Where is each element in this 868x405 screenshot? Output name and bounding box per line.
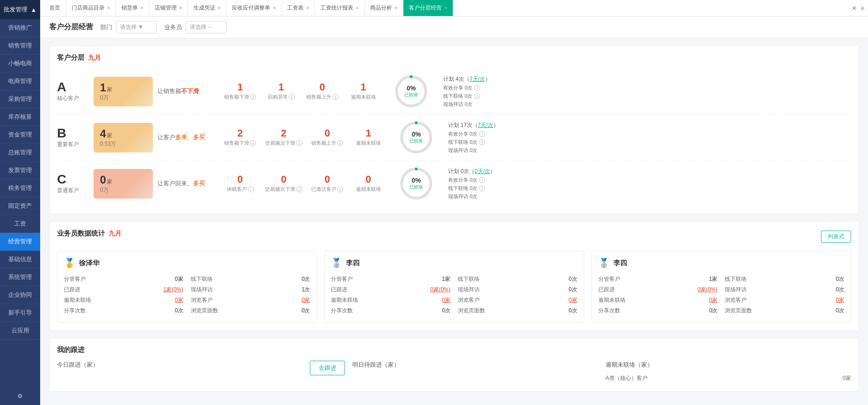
sidebar-item-finance[interactable]: 资金管理 xyxy=(0,126,40,144)
tab-action-more[interactable]: ≡ xyxy=(861,5,864,12)
sidebar-item-sales[interactable]: 销售管理 xyxy=(0,37,40,55)
staff-name-1: 徐泽华 xyxy=(79,259,99,268)
sidebar-header[interactable]: 批发管理 ▲ xyxy=(0,0,40,19)
plan-link-b[interactable]: 7天/次 xyxy=(478,122,493,128)
plan-link-a[interactable]: 7天/次 xyxy=(470,76,485,82)
info-icon[interactable]: i xyxy=(474,93,480,99)
info-icon[interactable]: i xyxy=(289,94,295,100)
tab-close-store-mgmt[interactable]: × xyxy=(179,5,182,11)
sidebar-item-collab[interactable]: 企业协同 xyxy=(0,286,40,304)
staff-col-left-1: 分管客户0家 已跟进1家(0%) 逾期未联络0家 分享次数0次 xyxy=(64,274,183,316)
stat-a-1: 1 销售额下滑 i xyxy=(224,82,256,100)
staff-row-followed-1: 已跟进1家(0%) xyxy=(64,284,183,295)
sidebar-item-fixed-assets[interactable]: 固定资产 xyxy=(0,197,40,215)
tab-sales-order[interactable]: 销货单× xyxy=(116,0,149,16)
staff-section-title: 业务员数据统计 九月 xyxy=(57,229,121,238)
tab-close-store-products[interactable]: × xyxy=(107,5,110,11)
sidebar-item-guide[interactable]: 新手引导 xyxy=(0,304,40,322)
tab-store-products[interactable]: 门店商品目录× xyxy=(66,0,116,16)
tier-label-c: C 普通客户 xyxy=(57,173,94,195)
tab-close-payroll[interactable]: × xyxy=(306,5,309,11)
tier-circle-c: 0% 已联络 xyxy=(398,165,434,202)
tab-close-customer-tier[interactable]: × xyxy=(444,5,447,11)
tier-action-b: 让客户多来、多买 xyxy=(157,133,217,142)
sidebar-item-management[interactable]: 经营管理 xyxy=(0,233,40,251)
info-icon[interactable]: i xyxy=(479,177,485,183)
sidebar-item-system[interactable]: 系统管理 xyxy=(0,268,40,286)
tab-close-voucher[interactable]: × xyxy=(218,5,221,11)
stat-b-3: 0 销售额上升 i xyxy=(311,128,343,147)
staff-select[interactable]: 请选择 ··· xyxy=(186,21,227,33)
tab-home[interactable]: 首页 xyxy=(44,0,66,16)
info-icon[interactable]: i xyxy=(479,139,485,145)
sidebar-item-tax[interactable]: 税务管理 xyxy=(0,179,40,197)
info-icon[interactable]: i xyxy=(479,185,485,191)
sidebar-item-ecommerce-small[interactable]: 小畅电商 xyxy=(0,55,40,73)
sidebar-item-marketing[interactable]: 营销推广 xyxy=(0,19,40,37)
info-icon[interactable]: i xyxy=(474,85,480,91)
dept-filter: 部门 请选择 ▼ xyxy=(100,21,157,33)
sidebar-item-purchase[interactable]: 采购管理 xyxy=(0,90,40,108)
info-icon[interactable]: i xyxy=(248,186,254,192)
info-icon[interactable]: i xyxy=(479,131,485,137)
stat-b-4: 1 逾期未联络 xyxy=(352,128,384,147)
sidebar-collapse-icon[interactable]: ▲ xyxy=(31,6,37,13)
tier-count-b: 4 家 0.53万 xyxy=(94,123,153,153)
info-icon[interactable]: i xyxy=(337,140,343,146)
tab-close-product-analysis[interactable]: × xyxy=(395,5,397,11)
tab-voucher[interactable]: 生成凭证× xyxy=(188,0,227,16)
stat-a-2: 1 回购异常 i xyxy=(265,82,297,100)
staff-label: 业务员 xyxy=(164,23,182,32)
sidebar-item-ledger[interactable]: 总账管理 xyxy=(0,144,40,162)
staff-card-3: 🥈 李四 分管客户1家 已跟进0家(0%) 逾期未联络0家 分享次数0次 线下联… xyxy=(591,251,851,323)
staff-row-browse-1: 浏览客户0家 xyxy=(191,295,310,305)
info-icon[interactable]: i xyxy=(250,140,256,146)
stat-c-2: 0 交易频次下滑 i xyxy=(265,174,302,193)
stat-c-4: 0 逾期未联络 xyxy=(352,174,384,193)
staff-col-right-3: 线下联络0次 现场拜访0次 浏览客户0家 浏览页面数0次 xyxy=(725,274,844,316)
sidebar-item-invoice[interactable]: 发票管理 xyxy=(0,162,40,179)
sidebar-item-cloud[interactable]: 云应用 xyxy=(0,322,40,340)
tier-circle-b: 0% 已联络 xyxy=(398,119,434,156)
sidebar: 批发管理 ▲ 营销推广 销售管理 小畅电商 电商管理 采购管理 库存核算 资金管… xyxy=(0,0,40,405)
stat-a-4: 1 逾期未联络 xyxy=(347,82,379,100)
info-icon[interactable]: i xyxy=(296,140,302,146)
tier-row-a: A 核心客户 1 家 0万 让销售额不下滑 xyxy=(57,68,851,115)
tab-payroll[interactable]: 工资表× xyxy=(282,0,315,16)
plan-link-c[interactable]: 0天/次 xyxy=(475,168,490,174)
chevron-down-icon: ▼ xyxy=(138,24,143,30)
sidebar-settings[interactable]: ⚙ xyxy=(0,387,40,405)
info-icon[interactable]: i xyxy=(250,94,256,100)
list-view-button[interactable]: 列表式 xyxy=(821,231,851,243)
sidebar-item-ecommerce[interactable]: 电商管理 xyxy=(0,73,40,90)
sidebar-item-basic[interactable]: 基础信息 xyxy=(0,251,40,268)
tab-store-mgmt[interactable]: 店铺管理× xyxy=(149,0,188,16)
info-icon[interactable]: i xyxy=(337,186,343,192)
content-area: 客户分层 九月 A 核心客户 1 家 0万 xyxy=(40,38,868,405)
tab-product-analysis[interactable]: 商品分析× xyxy=(365,0,403,16)
customer-tier-title: 客户分层 九月 xyxy=(57,53,851,62)
tab-close-sales-order[interactable]: × xyxy=(141,5,143,11)
staff-month-badge: 九月 xyxy=(109,230,121,238)
tab-customer-tier[interactable]: 客户分层经营× xyxy=(403,0,453,16)
staff-section-header: 业务员数据统计 九月 列表式 xyxy=(57,229,851,244)
page-header: 客户分层经营 部门 请选择 ▼ 业务员 请选择 ··· xyxy=(40,16,868,38)
ellipsis-icon: ··· xyxy=(208,24,212,30)
follow-section: 我的跟进 今日跟进（家） 去跟进 明日待跟进（家） 逾期未联络（家） A类（核心… xyxy=(49,338,859,392)
sidebar-item-payroll[interactable]: 工资 xyxy=(0,215,40,233)
staff-col-right-1: 线下联络0次 现场拜访1次 浏览客户0家 浏览页面数0次 xyxy=(191,274,310,316)
tab-action-close-all[interactable]: ✕ xyxy=(852,5,857,12)
tier-right-info-b: 计划 17次（7天/次） 有效分享 0次 i 线下联络 0次 i 现场拜访 0次 xyxy=(448,121,530,154)
tab-close-payroll-report[interactable]: × xyxy=(356,5,359,11)
tab-adjustment[interactable]: 应收应付调整单× xyxy=(226,0,282,16)
info-icon[interactable]: i xyxy=(332,94,338,100)
tab-close-adjustment[interactable]: × xyxy=(273,5,276,11)
staff-grid: 🥇 徐泽华 分管客户0家 已跟进1家(0%) 逾期未联络0家 分享次数0次 线下… xyxy=(57,251,851,323)
dept-select[interactable]: 请选择 ▼ xyxy=(116,21,157,33)
sidebar-item-inventory[interactable]: 库存核算 xyxy=(0,108,40,126)
tab-payroll-report[interactable]: 工资统计报表× xyxy=(315,0,365,16)
tier-count-a: 1 家 0万 xyxy=(94,77,153,106)
info-icon[interactable]: i xyxy=(296,186,302,192)
follow-today-col: 今日跟进（家） xyxy=(57,361,303,373)
follow-go-button[interactable]: 去跟进 xyxy=(310,361,345,375)
